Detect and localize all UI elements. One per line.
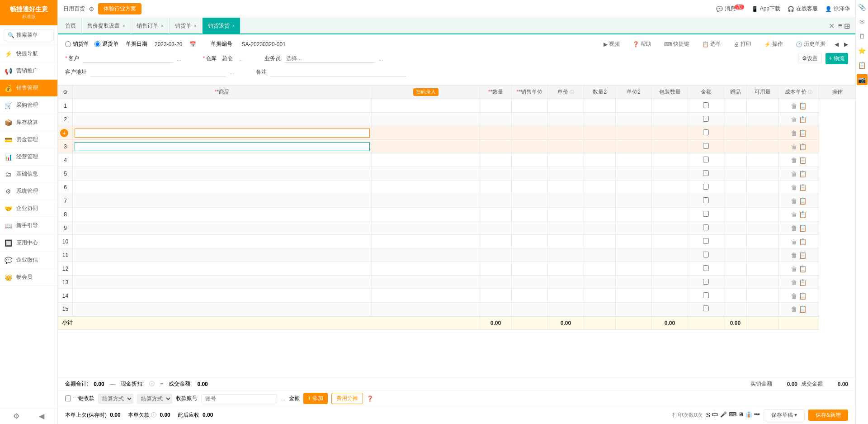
radio-return-input[interactable]: [94, 41, 100, 47]
unit2-cell[interactable]: [584, 113, 616, 126]
new-qty-cell[interactable]: [372, 126, 480, 140]
copy-new-row-button[interactable]: 📋: [799, 129, 807, 137]
copy-row-button[interactable]: 📋: [799, 143, 807, 150]
unit-cell[interactable]: [480, 276, 512, 289]
qty2-cell[interactable]: [548, 99, 584, 113]
product-cell[interactable]: [73, 289, 372, 303]
new-pack-cell[interactable]: [616, 126, 652, 140]
unit-cell[interactable]: [480, 208, 512, 221]
price-cell[interactable]: [512, 113, 548, 126]
new-available-cell[interactable]: [724, 126, 747, 140]
qty-cell[interactable]: [372, 113, 480, 126]
amount-cell[interactable]: [652, 167, 688, 181]
product-cell[interactable]: [73, 235, 372, 248]
save-new-button[interactable]: 保存&新增: [808, 410, 848, 421]
delete-row-button[interactable]: 🗑: [791, 252, 797, 259]
price-cell[interactable]: [512, 194, 548, 208]
gift-checkbox[interactable]: [703, 292, 709, 298]
unit2-cell[interactable]: [584, 153, 616, 167]
sidebar-settings-button[interactable]: ⚙: [13, 412, 19, 420]
new-product-input[interactable]: [75, 129, 370, 138]
sidebar-item-operations[interactable]: 📊 经营管理: [0, 148, 57, 166]
cost-cell[interactable]: [747, 99, 778, 113]
available-cell[interactable]: [724, 140, 747, 153]
gift-checkbox[interactable]: [703, 143, 709, 149]
cost-cell[interactable]: [747, 235, 778, 248]
address-input[interactable]: [90, 68, 226, 76]
sidebar-item-enterprise[interactable]: 🤝 企业协同: [0, 200, 57, 217]
copy-row-button[interactable]: 📋: [799, 116, 807, 123]
unit2-cell[interactable]: [584, 303, 616, 316]
radio-sales[interactable]: 销货单: [65, 40, 89, 48]
qty-cell[interactable]: [372, 194, 480, 208]
available-cell[interactable]: [724, 303, 747, 316]
qty2-cell[interactable]: [548, 167, 584, 181]
sidebar-item-member[interactable]: 👑 畅会员: [0, 269, 57, 286]
calendar-icon[interactable]: 📅: [189, 41, 196, 48]
product-cell[interactable]: [73, 181, 372, 194]
tab-sales-order[interactable]: 销售订单 ×: [131, 18, 170, 34]
copy-row-button[interactable]: 📋: [799, 279, 807, 286]
unit-cell[interactable]: [480, 248, 512, 262]
unit-cell[interactable]: [480, 181, 512, 194]
gift-checkbox[interactable]: [703, 252, 709, 257]
qty2-cell[interactable]: [548, 140, 584, 153]
cost-cell[interactable]: [747, 167, 778, 181]
gift-cell[interactable]: [688, 140, 724, 153]
qty2-cell[interactable]: [548, 235, 584, 248]
unit-cell[interactable]: [480, 221, 512, 235]
gift-cell[interactable]: [688, 303, 724, 316]
delete-row-button[interactable]: 🗑: [791, 292, 797, 300]
address-picker-icon[interactable]: ...: [230, 69, 234, 76]
available-cell[interactable]: [724, 113, 747, 126]
cost-cell[interactable]: [747, 303, 778, 316]
available-cell[interactable]: [724, 235, 747, 248]
print-button[interactable]: 🖨 打印: [730, 39, 755, 49]
price-cell[interactable]: [512, 167, 548, 181]
product-cell[interactable]: [73, 167, 372, 181]
cost-cell[interactable]: [747, 248, 778, 262]
amount-cell[interactable]: [652, 303, 688, 316]
new-price-cell[interactable]: [512, 126, 548, 140]
delete-row-button[interactable]: 🗑: [791, 184, 797, 191]
unit2-cell[interactable]: [584, 194, 616, 208]
close-sales-return-icon[interactable]: ×: [232, 24, 235, 29]
available-cell[interactable]: [724, 208, 747, 221]
gift-checkbox[interactable]: [703, 305, 709, 311]
gift-checkbox[interactable]: [703, 224, 709, 230]
delete-row-button[interactable]: 🗑: [791, 265, 797, 272]
unit2-cell[interactable]: [584, 248, 616, 262]
gift-checkbox[interactable]: [703, 279, 709, 285]
product-cell[interactable]: [73, 276, 372, 289]
sidebar-item-inventory[interactable]: 📦 库存核算: [0, 114, 57, 131]
cost-cell[interactable]: [747, 221, 778, 235]
amount-cell[interactable]: [652, 208, 688, 221]
add-row-cell[interactable]: +: [58, 126, 73, 140]
gift-cell[interactable]: [688, 221, 724, 235]
tab-sales-return[interactable]: 销货退货 ×: [203, 18, 241, 34]
product-cell[interactable]: [73, 99, 372, 113]
add-row-button[interactable]: +: [60, 129, 68, 137]
cost-info-icon[interactable]: ⓘ: [808, 90, 812, 95]
delete-row-button[interactable]: 🗑: [791, 102, 797, 110]
unit-cell[interactable]: [480, 194, 512, 208]
qty-cell[interactable]: [372, 221, 480, 235]
available-cell[interactable]: [724, 99, 747, 113]
price-cell[interactable]: [512, 153, 548, 167]
th-scan[interactable]: 扫码录入: [372, 86, 480, 99]
messages-button[interactable]: 💬 消息 70: [716, 5, 744, 13]
price-cell[interactable]: [512, 289, 548, 303]
gift-cell[interactable]: [688, 235, 724, 248]
one-click-pay-checkbox[interactable]: 一键收款: [65, 395, 94, 402]
pack-cell[interactable]: [616, 248, 652, 262]
cost-cell[interactable]: [747, 289, 778, 303]
settings-button[interactable]: ⚙设置: [798, 53, 822, 64]
gift-cell[interactable]: [688, 113, 724, 126]
unit2-cell[interactable]: [584, 208, 616, 221]
salesperson-picker-icon[interactable]: ...: [378, 56, 383, 62]
new-gift-cell[interactable]: [688, 126, 724, 140]
scan-button[interactable]: 扫码录入: [413, 88, 439, 96]
pack-cell[interactable]: [616, 181, 652, 194]
qty-cell[interactable]: [372, 181, 480, 194]
right-panel-favorite-button[interactable]: ⭐: [857, 45, 868, 56]
